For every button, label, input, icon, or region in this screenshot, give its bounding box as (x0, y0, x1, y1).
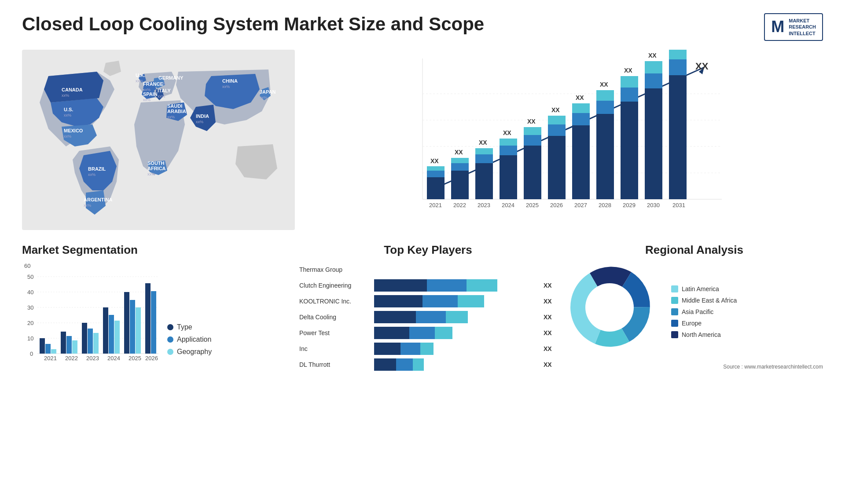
segmentation-chart-svg: 0 10 20 30 40 50 60 (22, 263, 163, 365)
svg-text:XX: XX (430, 157, 439, 164)
players-list: Thermax Group Clutch Engineering XX (299, 263, 557, 371)
player-powertest: Power Test XX (299, 327, 557, 339)
svg-text:2025: 2025 (526, 202, 539, 208)
svg-text:20: 20 (27, 320, 33, 326)
svg-rect-41 (500, 155, 517, 199)
svg-text:XX: XX (503, 129, 511, 136)
svg-rect-78 (669, 50, 687, 59)
uk-label: U.K. (136, 73, 145, 78)
svg-text:xx%: xx% (62, 93, 69, 98)
svg-rect-68 (621, 76, 638, 88)
svg-rect-61 (596, 114, 614, 199)
svg-text:xx%: xx% (260, 95, 267, 100)
legend-north-america: North America (671, 331, 737, 338)
svg-rect-73 (645, 61, 662, 73)
svg-rect-104 (93, 333, 99, 354)
key-players-title: Top Key Players (299, 243, 557, 257)
svg-text:xx%: xx% (84, 203, 91, 208)
svg-text:60: 60 (24, 263, 30, 269)
growth-chart-svg: XX 2021 XX 2022 XX 2023 XX 2024 (308, 50, 814, 226)
svg-text:10: 10 (27, 335, 33, 342)
svg-text:xx%: xx% (222, 84, 230, 89)
svg-text:2023: 2023 (86, 355, 99, 362)
legend-asia-pacific: Asia Pacific (671, 308, 737, 315)
growth-bar-chart-section: XX 2021 XX 2022 XX 2023 XX 2024 (299, 50, 823, 234)
svg-text:2027: 2027 (574, 202, 587, 208)
svg-rect-111 (130, 300, 135, 354)
legend-europe: Europe (671, 320, 737, 327)
svg-text:xx%: xx% (158, 94, 165, 99)
svg-rect-108 (114, 321, 120, 354)
svg-rect-51 (548, 136, 566, 199)
svg-rect-58 (572, 103, 590, 113)
svg-text:2026: 2026 (550, 202, 563, 208)
svg-rect-67 (621, 88, 638, 102)
source-citation: Source : www.marketresearchintellect.com (566, 364, 823, 370)
svg-text:2023: 2023 (478, 202, 490, 208)
player-thermax: Thermax Group (299, 263, 557, 276)
world-map-section: CANADA xx% U.S. xx% MEXICO xx% BRAZIL xx… (22, 50, 295, 234)
svg-rect-42 (500, 146, 517, 155)
legend-latin-america: Latin America (671, 285, 737, 292)
type-color (167, 324, 173, 330)
svg-text:xx%: xx% (64, 134, 71, 139)
player-delta: Delta Cooling XX (299, 311, 557, 323)
page-header: Closed Loop Cooling System Market Size a… (22, 13, 823, 41)
svg-text:XX: XX (455, 149, 463, 156)
svg-rect-26 (427, 177, 445, 199)
brazil-label: BRAZIL (88, 166, 106, 172)
svg-rect-48 (524, 127, 541, 135)
svg-text:XX: XX (600, 81, 608, 88)
svg-text:0: 0 (30, 351, 33, 357)
svg-text:2029: 2029 (623, 202, 636, 208)
svg-rect-62 (596, 101, 614, 114)
svg-rect-103 (88, 329, 93, 354)
svg-text:2024: 2024 (107, 355, 120, 362)
regional-legend: Latin America Middle East & Africa Asia … (671, 285, 737, 338)
svg-text:xx%: xx% (147, 172, 155, 176)
regional-content: Latin America Middle East & Africa Asia … (566, 263, 823, 360)
world-map-svg: CANADA xx% U.S. xx% MEXICO xx% BRAZIL xx… (22, 50, 295, 230)
svg-text:2031: 2031 (672, 202, 685, 208)
svg-rect-56 (572, 125, 590, 199)
page-title: Closed Loop Cooling System Market Size a… (22, 13, 484, 35)
italy-label: ITALY (158, 88, 171, 93)
svg-text:30: 30 (27, 304, 33, 311)
svg-text:ARABIA: ARABIA (167, 109, 186, 114)
svg-text:xx%: xx% (64, 113, 71, 117)
svg-rect-110 (124, 292, 129, 354)
svg-text:2030: 2030 (647, 202, 660, 208)
svg-rect-71 (645, 88, 662, 199)
player-dlthurrott: DL Thurrott XX (299, 358, 557, 371)
player-clutch: Clutch Engineering XX (299, 279, 557, 292)
svg-rect-112 (136, 307, 141, 354)
svg-text:2026: 2026 (145, 355, 158, 362)
svg-text:XX: XX (576, 94, 584, 101)
legend-geography: Geography (167, 348, 212, 356)
svg-rect-38 (475, 148, 493, 154)
svg-rect-53 (548, 116, 566, 124)
svg-rect-27 (427, 171, 445, 177)
svg-rect-57 (572, 113, 590, 125)
svg-rect-117 (151, 291, 156, 354)
svg-text:XX: XX (624, 67, 632, 74)
svg-rect-66 (621, 102, 638, 199)
legend-application: Application (167, 336, 212, 343)
spain-label: SPAIN (143, 91, 158, 97)
key-players-section: Top Key Players Thermax Group Clutch Eng… (299, 243, 557, 488)
logo-letter: M (771, 18, 784, 36)
segmentation-legend: Type Application Geography (167, 323, 212, 365)
svg-rect-36 (475, 163, 493, 199)
svg-rect-99 (66, 336, 72, 354)
svg-rect-77 (669, 59, 687, 75)
svg-rect-76 (669, 75, 687, 199)
svg-rect-96 (51, 349, 56, 354)
canada-label: CANADA (62, 87, 83, 92)
svg-rect-28 (427, 166, 445, 171)
svg-rect-37 (475, 154, 493, 163)
svg-rect-107 (109, 315, 114, 354)
svg-text:xx%: xx% (196, 120, 203, 124)
germany-label: GERMANY (158, 75, 184, 80)
mexico-label: MEXICO (64, 128, 83, 133)
application-color (167, 336, 173, 343)
